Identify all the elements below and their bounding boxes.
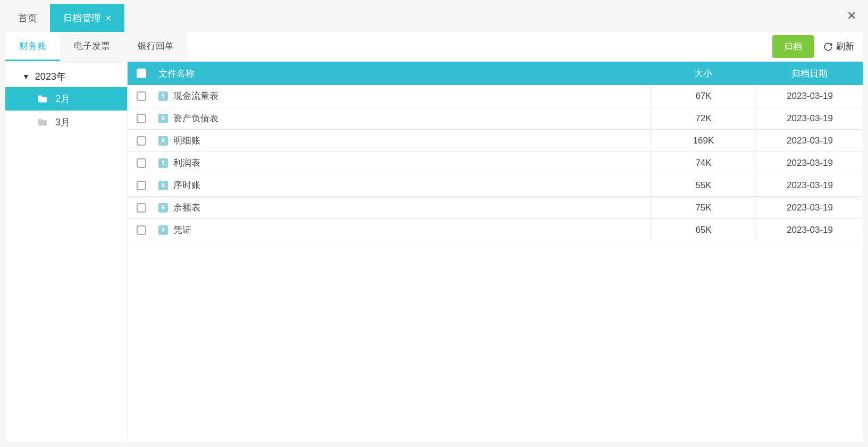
row-checkbox-cell <box>128 91 155 101</box>
row-checkbox[interactable] <box>137 158 146 168</box>
sub-tabs: 财务账 电子发票 银行回单 <box>5 32 188 61</box>
row-name: 明细账 <box>173 134 200 147</box>
file-icon: ¥ <box>158 136 168 146</box>
header-date: 归档日期 <box>756 68 863 80</box>
row-date: 2023-03-19 <box>756 197 863 218</box>
sub-tab-einvoice-label: 电子发票 <box>74 40 110 52</box>
select-all-checkbox[interactable] <box>137 69 146 78</box>
content-area: ▼ 2023年 2月3月 文件名称 大小 归档日期 ¥现金流量表67K2023-… <box>5 62 863 442</box>
row-name: 余额表 <box>173 201 200 214</box>
row-checkbox-cell <box>128 136 155 146</box>
top-right-actions: ✕ <box>844 6 859 26</box>
row-checkbox[interactable] <box>137 203 146 213</box>
table-row[interactable]: ¥序时账55K2023-03-19 <box>128 174 863 197</box>
close-icon[interactable]: ✕ <box>844 6 859 26</box>
row-checkbox-cell <box>128 114 155 123</box>
sub-tab-einvoice[interactable]: 电子发票 <box>60 32 124 61</box>
table-row[interactable]: ¥资产负债表72K2023-03-19 <box>128 107 863 130</box>
file-icon: ¥ <box>158 203 168 213</box>
sub-tab-bank[interactable]: 银行回单 <box>124 32 188 61</box>
tab-home[interactable]: 首页 <box>5 4 50 32</box>
caret-down-icon: ▼ <box>22 72 30 81</box>
folder-icon <box>37 118 48 126</box>
file-icon: ¥ <box>158 225 168 235</box>
row-name-cell: ¥序时账 <box>155 179 650 191</box>
sub-tab-finance[interactable]: 财务账 <box>5 32 60 61</box>
tree-month-node[interactable]: 3月 <box>5 111 127 134</box>
sub-tab-finance-label: 财务账 <box>19 40 46 52</box>
row-name-cell: ¥凭证 <box>155 224 650 236</box>
file-icon: ¥ <box>158 91 168 101</box>
refresh-label: 刷新 <box>836 40 854 53</box>
sub-actions: 归档 刷新 <box>772 35 854 58</box>
row-size: 65K <box>650 219 756 241</box>
row-checkbox-cell <box>128 158 155 168</box>
refresh-icon <box>823 42 833 52</box>
row-size: 67K <box>650 85 756 107</box>
year-tree: ▼ 2023年 2月3月 <box>5 62 128 442</box>
row-name-cell: ¥现金流量表 <box>155 90 650 102</box>
row-name: 凭证 <box>173 224 191 236</box>
tab-archive-management[interactable]: 归档管理 ✕ <box>50 4 124 32</box>
row-name-cell: ¥利润表 <box>155 157 650 169</box>
row-name: 利润表 <box>173 157 200 169</box>
row-date: 2023-03-19 <box>756 152 863 174</box>
row-size: 74K <box>650 152 756 174</box>
top-tabs-bar: 首页 归档管理 ✕ ✕ <box>0 0 868 32</box>
row-date: 2023-03-19 <box>756 174 863 196</box>
row-name: 资产负债表 <box>173 112 218 124</box>
file-icon: ¥ <box>158 158 168 168</box>
archive-button[interactable]: 归档 <box>772 35 814 58</box>
row-name-cell: ¥资产负债表 <box>155 112 650 124</box>
header-size: 大小 <box>650 68 756 80</box>
tab-archive-label: 归档管理 <box>63 12 101 24</box>
row-checkbox-cell <box>128 225 155 235</box>
tree-month-node[interactable]: 2月 <box>5 87 127 111</box>
row-date: 2023-03-19 <box>756 85 863 107</box>
row-checkbox[interactable] <box>137 181 146 190</box>
tab-close-icon[interactable]: ✕ <box>105 14 112 22</box>
table-row[interactable]: ¥利润表74K2023-03-19 <box>128 152 863 174</box>
row-checkbox[interactable] <box>137 225 146 235</box>
row-size: 75K <box>650 197 756 218</box>
table-header: 文件名称 大小 归档日期 <box>128 62 863 85</box>
row-date: 2023-03-19 <box>756 130 863 151</box>
header-name: 文件名称 <box>155 68 650 80</box>
tree-year-node[interactable]: ▼ 2023年 <box>5 66 127 87</box>
folder-icon <box>37 95 48 103</box>
table-row[interactable]: ¥凭证65K2023-03-19 <box>128 219 863 241</box>
file-table: 文件名称 大小 归档日期 ¥现金流量表67K2023-03-19¥资产负债表72… <box>128 62 863 442</box>
row-checkbox[interactable] <box>137 114 146 123</box>
row-size: 169K <box>650 130 756 151</box>
table-row[interactable]: ¥余额表75K2023-03-19 <box>128 197 863 219</box>
table-row[interactable]: ¥明细账169K2023-03-19 <box>128 130 863 152</box>
tree-year-label: 2023年 <box>35 70 66 83</box>
row-name-cell: ¥明细账 <box>155 134 650 147</box>
tab-home-label: 首页 <box>18 12 37 24</box>
row-date: 2023-03-19 <box>756 107 863 129</box>
header-checkbox-cell <box>128 69 155 78</box>
tree-month-label: 3月 <box>55 116 70 129</box>
main-panel: 财务账 电子发票 银行回单 归档 刷新 ▼ 2023年 <box>5 32 863 442</box>
row-name: 现金流量表 <box>173 90 218 102</box>
file-icon: ¥ <box>158 181 168 190</box>
row-size: 55K <box>650 174 756 196</box>
row-name: 序时账 <box>173 179 200 191</box>
row-checkbox-cell <box>128 203 155 213</box>
row-size: 72K <box>650 107 756 129</box>
row-checkbox[interactable] <box>137 136 146 146</box>
file-icon: ¥ <box>158 114 168 123</box>
tree-month-label: 2月 <box>55 92 70 105</box>
row-checkbox[interactable] <box>137 91 146 101</box>
row-date: 2023-03-19 <box>756 219 863 241</box>
row-checkbox-cell <box>128 181 155 190</box>
row-name-cell: ¥余额表 <box>155 201 650 214</box>
sub-tabs-bar: 财务账 电子发票 银行回单 归档 刷新 <box>5 32 863 62</box>
sub-tab-bank-label: 银行回单 <box>138 40 174 52</box>
refresh-button[interactable]: 刷新 <box>823 40 854 53</box>
table-row[interactable]: ¥现金流量表67K2023-03-19 <box>128 85 863 107</box>
